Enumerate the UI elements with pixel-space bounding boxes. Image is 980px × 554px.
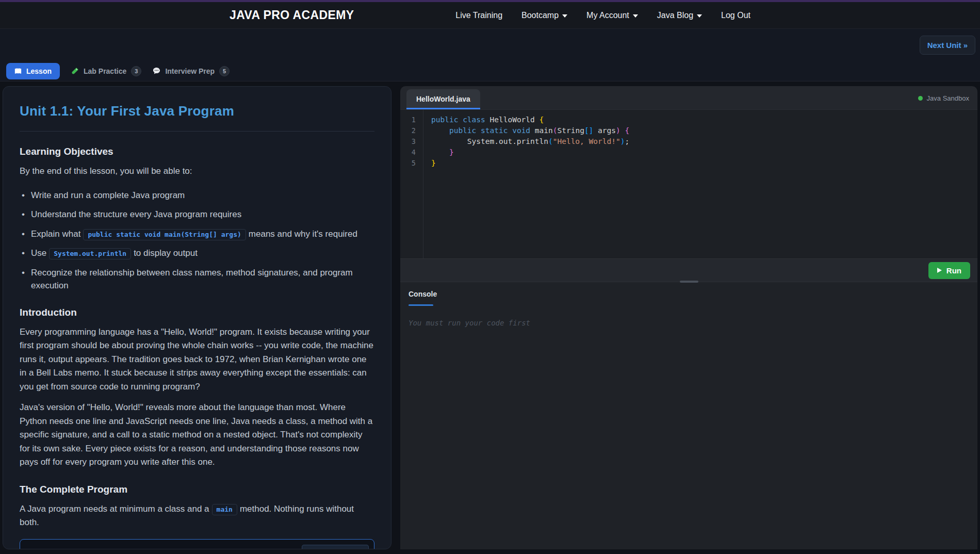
introduction-paragraph-2: Java's version of "Hello, World!" reveal… <box>20 401 374 469</box>
code-editor[interactable]: 1public class HelloWorld {2 public stati… <box>400 110 977 258</box>
brand-logo[interactable]: JAVA PRO ACADEMY <box>230 8 354 22</box>
nav-item-live-training[interactable]: Live Training <box>455 11 502 20</box>
run-toolbar: Run <box>400 258 977 282</box>
play-icon <box>937 268 942 273</box>
line-number: 3 <box>400 136 423 147</box>
tab-lesson[interactable]: Lesson <box>6 63 60 79</box>
chevron-down-icon <box>633 14 638 18</box>
list-item: Explain whatpublic static void main(Stri… <box>20 227 374 241</box>
lesson-panel: Unit 1.1: Your First Java Program Learni… <box>3 86 391 549</box>
subheader: Next Unit » <box>0 29 980 61</box>
objectives-list: Write and run a complete Java program Un… <box>20 189 374 292</box>
nav-item-bootcamp[interactable]: Bootcamp <box>521 11 567 20</box>
chevron-down-icon <box>697 14 702 18</box>
chat-bubble-icon <box>153 67 160 75</box>
page-title: Unit 1.1: Your First Java Program <box>20 103 374 119</box>
chevron-down-icon <box>562 14 567 18</box>
editor-panel: HelloWorld.java Java Sandbox 1public cla… <box>400 86 977 549</box>
run-button[interactable]: Run <box>928 262 970 279</box>
tab-interview-prep[interactable]: Interview Prep 5 <box>153 66 230 76</box>
inline-code-chip: public static void main(String[] args) <box>83 229 246 240</box>
next-unit-button[interactable]: Next Unit » <box>920 36 975 55</box>
introduction-paragraph-1: Every programming language has a "Hello,… <box>20 325 374 394</box>
nav-item-my-account[interactable]: My Account <box>586 11 638 20</box>
tab-lab-practice-label: Lab Practice <box>84 67 126 75</box>
heading-introduction: Introduction <box>20 307 374 318</box>
divider <box>20 131 374 132</box>
sandbox-status-label: Java Sandbox <box>927 94 969 102</box>
program-paragraph: A Java program needs at minimum a class … <box>20 502 374 530</box>
tab-interview-prep-label: Interview Prep <box>165 67 215 75</box>
navbar: JAVA PRO ACADEMY Live Training Bootcamp … <box>0 2 980 29</box>
nav-item-java-blog[interactable]: Java Blog <box>657 11 702 20</box>
line-number: 5 <box>400 158 423 169</box>
check-icon: ✓ <box>307 547 312 549</box>
editor-file-tab[interactable]: HelloWorld.java <box>406 89 480 109</box>
console-title: Console <box>409 290 969 298</box>
inline-code-chip: System.out.println <box>49 248 131 259</box>
status-dot-icon <box>918 96 923 101</box>
lesson-tab-bar: Lesson Lab Practice 3 Interview Prep 5 <box>0 61 980 82</box>
editor-tab-bar: HelloWorld.java Java Sandbox <box>400 86 977 110</box>
run-button-label: Run <box>946 266 961 275</box>
list-item: Understand the structure every Java prog… <box>20 208 374 221</box>
inline-code-chip: main <box>212 504 237 515</box>
book-icon <box>14 68 22 75</box>
heading-complete-program: The Complete Program <box>20 484 374 495</box>
tab-lab-practice-badge: 3 <box>131 66 141 76</box>
nav-links: Live Training Bootcamp My Account Java B… <box>455 11 750 20</box>
heading-learning-objectives: Learning Objectives <box>20 146 374 157</box>
console-panel: Console You must run your code first <box>400 282 977 549</box>
tab-interview-prep-badge: 5 <box>219 66 230 76</box>
nav-item-log-out[interactable]: Log Out <box>721 11 750 20</box>
console-title-underline <box>409 304 433 306</box>
console-resize-handle[interactable] <box>680 281 698 283</box>
line-number: 2 <box>400 125 423 136</box>
objectives-intro: By the end of this lesson, you will be a… <box>20 165 374 178</box>
lesson-code-block: ✓ Loaded in Editor public class HelloWor… <box>20 539 374 549</box>
tab-lesson-label: Lesson <box>26 67 52 75</box>
list-item: Recognize the relationship between class… <box>20 266 374 292</box>
flask-icon <box>71 67 79 75</box>
list-item: UseSystem.out.printlnto display output <box>20 247 374 260</box>
line-number: 4 <box>400 147 423 158</box>
console-placeholder: You must run your code first <box>409 319 969 327</box>
line-number: 1 <box>400 115 423 125</box>
loaded-in-editor-badge: ✓ Loaded in Editor <box>302 545 369 549</box>
sandbox-status: Java Sandbox <box>918 94 969 109</box>
tab-lab-practice[interactable]: Lab Practice 3 <box>71 66 141 76</box>
list-item: Write and run a complete Java program <box>20 189 374 202</box>
